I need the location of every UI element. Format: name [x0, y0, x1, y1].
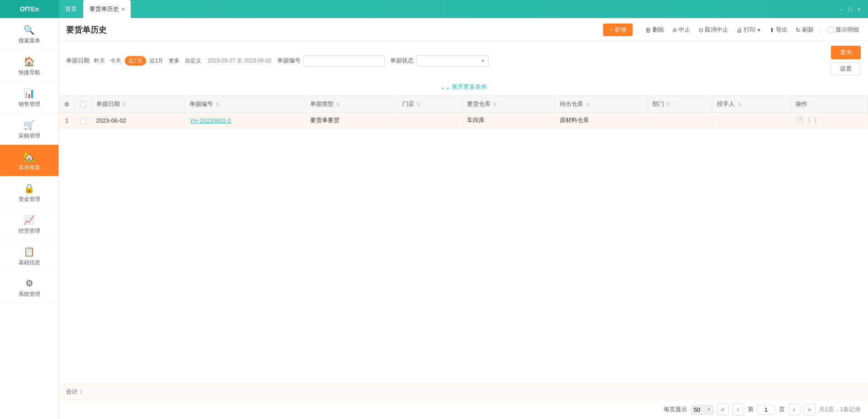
sort-wait-warehouse-icon[interactable]: ⇅: [586, 102, 590, 107]
pagination-bar: 每页显示 10 20 50 100 « ‹ 第 页 › » 共1页，1条记录: [59, 400, 868, 419]
th-settings[interactable]: ⚙: [59, 96, 75, 113]
filter-setting-button[interactable]: 设置: [831, 62, 861, 76]
shortcut-7days[interactable]: 近7天: [125, 56, 146, 66]
query-button[interactable]: 查询: [831, 46, 861, 59]
cancel-stop-icon: ⊙: [698, 27, 703, 33]
th-bill-no: 单据编号 ⇅: [185, 96, 305, 113]
sort-dept-icon[interactable]: ⇅: [666, 102, 670, 107]
prev-page-button[interactable]: ‹: [732, 404, 744, 415]
sys-mgmt-icon: ⚙: [25, 278, 33, 289]
sidebar-item-shortcut-nav[interactable]: 🏠 快捷导航: [0, 50, 58, 81]
sidebar-item-search-menu[interactable]: 🔍 搜索菜单: [0, 18, 58, 50]
bill-no-input[interactable]: [303, 55, 385, 67]
refresh-icon: ↻: [796, 27, 801, 33]
expand-icon: ⌄⌄: [440, 84, 450, 90]
sort-handler-icon[interactable]: ⇅: [737, 102, 741, 107]
logo: OfTEn: [0, 0, 59, 18]
main-layout: 🔍 搜索菜单 🏠 快捷导航 📊 销售管理 🛒 采购管理 🏡 库存核算 🔒 资金管…: [0, 18, 868, 419]
filter-bar: 单据日期 昨天 今天 近7天 近1月 更多 自定义 2023-05-27 至 2…: [59, 41, 868, 96]
stop-icon: ⊘: [672, 27, 677, 33]
td-bill-date: 2023-06-02: [91, 113, 185, 129]
sidebar-item-ops-mgmt[interactable]: 📈 经营管理: [0, 208, 58, 240]
print-button[interactable]: 🖨 打印 ▼: [735, 25, 763, 35]
page-title: 要货单历史: [66, 24, 107, 40]
total-info: 共1页，1条记录: [819, 405, 861, 414]
tab-close-icon[interactable]: ×: [122, 6, 124, 12]
sidebar-item-basic-info[interactable]: 📋 基础信息: [0, 240, 58, 271]
td-bill-no[interactable]: YH-20230602-0: [185, 113, 305, 129]
sidebar-item-inventory-calc[interactable]: 🏡 库存核算: [0, 145, 58, 176]
maximize-icon[interactable]: □: [849, 6, 852, 13]
refresh-button[interactable]: ↻ 刷新: [794, 25, 816, 35]
minimize-icon[interactable]: –: [840, 6, 843, 13]
last-page-button[interactable]: »: [804, 404, 816, 415]
new-button[interactable]: + 新增: [603, 24, 632, 36]
sort-bill-no-icon[interactable]: ⇅: [216, 102, 219, 107]
sidebar-item-purchase-mgmt[interactable]: 🛒 采购管理: [0, 113, 58, 145]
shortcut-custom[interactable]: 自定义: [183, 56, 203, 66]
shortcut-today[interactable]: 今天: [108, 56, 123, 66]
per-page-select-wrap: 10 20 50 100: [691, 405, 713, 414]
row-more-icon[interactable]: ⋮⋮: [806, 117, 819, 124]
toolbar: + 新增 | 🗑 删除 ⊘ 中止 ⊙ 取消中止 🖨 打印 ▼: [603, 24, 861, 41]
date-shortcuts: 昨天 今天 近7天 近1月 更多 自定义: [92, 56, 203, 66]
page-header: 要货单历史 + 新增 | 🗑 删除 ⊘ 中止 ⊙ 取消中止 🖨: [59, 18, 868, 41]
bill-no-link[interactable]: YH-20230602-0: [189, 117, 231, 124]
export-button[interactable]: ⬆ 导出: [768, 25, 789, 35]
sales-mgmt-icon: 📊: [24, 88, 35, 99]
row-checkbox[interactable]: [80, 118, 86, 124]
bill-status-label: 单据状态: [390, 57, 414, 65]
data-table: ⚙ 单据日期 ⇅ 单据编号 ⇅ 单据类型: [59, 96, 868, 129]
sort-store-icon[interactable]: ⇅: [417, 102, 420, 107]
cancel-stop-button[interactable]: ⊙ 取消中止: [697, 25, 730, 35]
print-icon: 🖨: [736, 27, 742, 33]
th-check[interactable]: [75, 96, 91, 113]
select-all-checkbox[interactable]: [80, 101, 86, 108]
top-bar: OfTEn 首页 要货单历史 × – □ ×: [0, 0, 868, 18]
export-icon: ⬆: [769, 27, 774, 33]
th-handler: 经手人 ⇅: [712, 96, 791, 113]
display-detail-button[interactable]: 显示明细: [826, 25, 861, 35]
th-store: 门店 ⇅: [398, 96, 462, 113]
tab-home[interactable]: 首页: [59, 0, 83, 18]
th-dept: 部门 ⇅: [647, 96, 712, 113]
sidebar-item-sales-mgmt[interactable]: 📊 销售管理: [0, 81, 58, 113]
td-store: [398, 113, 462, 129]
th-bill-type: 单据类型 ⇅: [305, 96, 398, 113]
td-handler: [712, 113, 791, 129]
tab-requisition-history[interactable]: 要货单历史 ×: [83, 0, 131, 18]
content-area: 要货单历史 + 新增 | 🗑 删除 ⊘ 中止 ⊙ 取消中止 🖨: [59, 18, 868, 419]
delete-button[interactable]: 🗑 删除: [643, 25, 666, 35]
td-dept: [647, 113, 712, 129]
close-icon[interactable]: ×: [857, 6, 861, 13]
table-row: 1 2023-06-02 YH-20230602-0 要货单要货 车间库 原材料…: [59, 113, 868, 129]
stop-button[interactable]: ⊘ 中止: [670, 25, 692, 35]
expand-filter-button[interactable]: ⌄⌄ 展开更多条件: [440, 83, 487, 91]
td-req-warehouse: 车间库: [462, 113, 555, 129]
td-check[interactable]: [75, 113, 91, 129]
delete-icon: 🗑: [645, 27, 651, 33]
shortcut-more[interactable]: 更多: [167, 56, 181, 66]
page-unit: 页: [779, 405, 785, 414]
th-req-warehouse: 要货仓库 ⇅: [462, 96, 555, 113]
page-number-input[interactable]: [757, 405, 775, 414]
per-page-select[interactable]: 10 20 50 100: [691, 405, 713, 414]
display-detail-checkbox[interactable]: [828, 27, 834, 33]
shortcut-1month[interactable]: 近1月: [148, 56, 165, 66]
first-page-button[interactable]: «: [717, 404, 729, 415]
sidebar-item-sys-mgmt[interactable]: ⚙ 系统管理: [0, 271, 58, 303]
filter-row2: ⌄⌄ 展开更多条件: [66, 81, 861, 91]
shortcut-yesterday[interactable]: 昨天: [92, 56, 107, 66]
print-dropdown-icon: ▼: [757, 28, 761, 33]
td-bill-type: 要货单要货: [305, 113, 398, 129]
row-edit-icon[interactable]: 📄: [796, 117, 803, 124]
bill-status-select[interactable]: 草稿 已确认 已中止: [416, 55, 489, 67]
next-page-button[interactable]: ›: [788, 404, 800, 415]
sort-bill-type-icon[interactable]: ⇅: [336, 102, 340, 107]
purchase-mgmt-icon: 🛒: [24, 119, 35, 130]
sidebar-item-finance-mgmt[interactable]: 🔒 资金管理: [0, 176, 58, 208]
sort-bill-date-icon[interactable]: ⇅: [122, 102, 126, 107]
sort-req-warehouse-icon[interactable]: ⇅: [493, 102, 497, 107]
filter-actions: 查询 设置: [831, 46, 861, 76]
td-settings: 1: [59, 113, 75, 129]
